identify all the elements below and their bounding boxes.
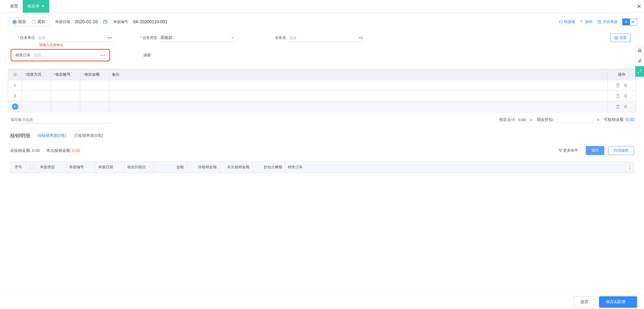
close-all-icon[interactable]: ✕ (637, 3, 641, 10)
svg-rect-0 (104, 21, 107, 24)
operations-label: 操作 (585, 20, 593, 24)
expand-icon[interactable] (635, 66, 644, 77)
delete-icon[interactable] (616, 83, 620, 87)
more-icon[interactable]: ••• (108, 36, 112, 40)
discount-label: 现金折扣: (537, 117, 554, 122)
wth-pending: 待核销金额 (187, 162, 220, 173)
operations-link[interactable]: 操作 (580, 20, 593, 24)
svg-point-7 (580, 21, 581, 22)
bustype-value[interactable]: 应收款 (159, 34, 236, 42)
totals-row: 收款合计: 0.00 + 现金折扣: = 可核销金额 0.00 (0, 112, 644, 127)
wth-date: 单据日期 (96, 162, 125, 173)
more-filters-link[interactable]: 更多条件 (558, 148, 582, 153)
sort-icon[interactable]: ▲▼ (626, 162, 634, 173)
add-row-button[interactable]: + (12, 103, 18, 110)
remark-input[interactable] (10, 116, 110, 124)
history-link[interactable]: 历史单据 (597, 20, 618, 24)
receipt-total-value: 0.00 (518, 117, 526, 122)
receipt-total-label: 收款合计: (499, 117, 516, 122)
row-num: 2 (8, 91, 22, 101)
tabs-bar: 首页 收款单 ✕ ✕ (0, 0, 644, 13)
auto-writeoff-button[interactable]: 自动核销 (608, 146, 634, 155)
radio-checked-icon (12, 20, 17, 24)
settings-label: 设置 (619, 35, 627, 40)
writeoff-table: 序号 单据类型 单据编号 单据日期 收款到期日 金额 待核销金额 本次核销金额 … (10, 161, 634, 173)
copy-icon[interactable] (624, 105, 628, 109)
radio-receive[interactable]: 收款 (12, 19, 26, 24)
tab-home[interactable]: 首页 (5, 0, 23, 13)
svg-point-8 (582, 21, 582, 22)
radio-refund-label: 退款 (37, 19, 45, 24)
view-form-button[interactable] (630, 19, 637, 25)
discount-input[interactable] (556, 117, 593, 123)
query-button[interactable]: 查询 (586, 146, 604, 155)
gear-header-icon[interactable] (8, 69, 22, 80)
tab-pending-writeoff[interactable]: 待核销单据(0笔) (37, 132, 67, 139)
summary-input[interactable] (153, 52, 232, 59)
writeoff-table-header: 序号 单据类型 单据编号 单据日期 收款到期日 金额 待核销金额 本次核销金额 … (10, 162, 634, 173)
svg-point-22 (15, 74, 16, 75)
attach-icon[interactable] (635, 56, 644, 66)
table-row[interactable]: 2 (8, 91, 636, 101)
bustype-label: 业务类型 (136, 35, 159, 40)
radio-refund[interactable]: 退款 (32, 19, 45, 24)
wth-num: 单据编号 (66, 162, 96, 173)
tab-done-writeoff[interactable]: 已核销单据(0笔) (74, 132, 103, 139)
wth-type: 单据类型 (37, 162, 66, 173)
th-remark: 备注 (109, 69, 608, 80)
partner-error-hint: 请输入往来单位 (39, 43, 63, 47)
select-all-checkbox[interactable] (30, 165, 34, 169)
more-icon[interactable]: ••• (359, 36, 363, 40)
svg-rect-18 (632, 22, 633, 23)
wth-seq: 序号 (10, 162, 26, 173)
copy-icon[interactable] (624, 94, 628, 98)
calendar-icon[interactable] (103, 20, 108, 24)
doc-date-label: 单据日期 (55, 20, 70, 24)
chevron-down-icon[interactable] (231, 36, 235, 40)
sales-order-highlight: 销售订单 ••• (11, 49, 110, 61)
partner-input[interactable] (37, 34, 114, 42)
tab-receipt[interactable]: 收款单 ✕ (23, 0, 49, 13)
table-header: *结算方式 *收款账号 *收款金额 备注 操作 (8, 69, 636, 80)
settings-button[interactable]: 设置 (610, 34, 631, 42)
wth-disc: 折扣分摊额 (252, 162, 285, 173)
toolbar: 收款 退款 单据日期 2020-01-10 单据编号 SK-20200110-0… (0, 13, 644, 30)
cur-writeoff-label: 本次核销金额: (46, 148, 71, 153)
doc-no-label: 单据编号 (113, 20, 128, 24)
radio-receive-label: 收款 (18, 19, 26, 24)
shortcuts-link[interactable]: 快捷键 (559, 20, 575, 24)
svg-rect-15 (632, 21, 633, 22)
writeoff-section: 核销明细 待核销单据(0笔) 已核销单据(0笔) 未核销金额: 0.00 本次核… (0, 127, 644, 158)
writeoffable-value: 0.00 (626, 117, 634, 122)
th-action: 操作 (608, 69, 636, 80)
svg-point-5 (580, 20, 581, 21)
close-icon[interactable]: ✕ (42, 4, 44, 8)
svg-point-6 (582, 20, 582, 21)
view-toggle (622, 19, 637, 25)
radio-unchecked-icon (32, 20, 36, 24)
delete-icon[interactable] (616, 94, 620, 98)
row-num: 1 (8, 80, 22, 90)
view-list-button[interactable] (622, 19, 630, 25)
shortcuts-label: 快捷键 (564, 20, 575, 24)
print-icon[interactable] (635, 45, 644, 56)
doc-date-value[interactable]: 2020-01-10 (75, 19, 98, 25)
th-account: *收款账号 (51, 69, 80, 80)
salesman-input[interactable] (288, 34, 365, 42)
partner-label: 往来单位 (13, 35, 37, 40)
bustype-field: 业务类型 应收款 (136, 34, 236, 42)
svg-line-38 (638, 72, 639, 73)
table-row[interactable]: 1 (8, 80, 636, 91)
more-icon[interactable]: ••• (100, 53, 105, 57)
cur-writeoff-value: 0.00 (72, 148, 80, 153)
sales-order-label: 销售订单 (14, 53, 33, 58)
table-footer: + (8, 101, 636, 112)
sales-order-input[interactable] (33, 51, 107, 59)
delete-icon[interactable] (616, 105, 620, 109)
svg-rect-34 (638, 49, 641, 50)
th-settle: *结算方式 (22, 69, 51, 80)
svg-marker-33 (559, 149, 562, 152)
copy-icon[interactable] (624, 83, 628, 87)
receipt-type-radio-group: 收款 退款 (8, 17, 49, 27)
un-writeoff-label: 未核销金额: (10, 148, 31, 153)
